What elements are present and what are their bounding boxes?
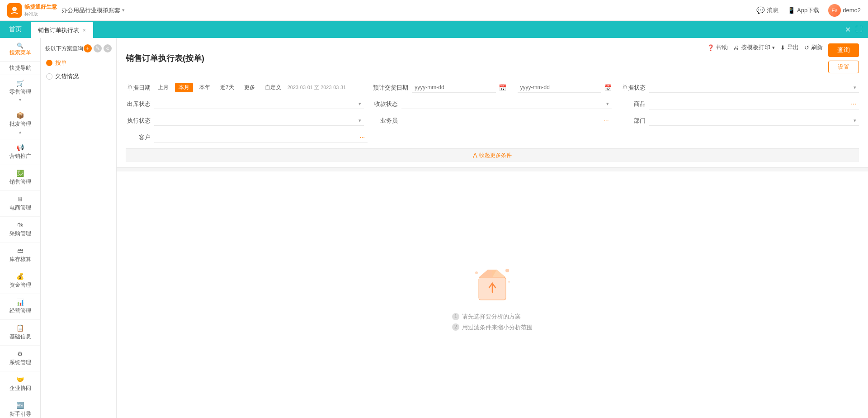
dept-dropdown[interactable]: ▾ <box>649 116 859 126</box>
scheme-active-dot <box>46 60 52 66</box>
add-scheme-button[interactable]: + <box>84 44 92 52</box>
logo-text: 畅捷通好生意 标准版 <box>24 3 57 17</box>
sidebar-item-finance[interactable]: 💰 资金管理 <box>0 268 40 294</box>
goods-input[interactable] <box>652 100 851 107</box>
empty-tips: 1 请先选择要分析的方案 2 用过滤条件来缩小分析范围 <box>452 311 533 332</box>
svg-point-5 <box>475 271 478 274</box>
delivery-label: 出库状态 <box>126 100 151 108</box>
salesperson-input-area: ··· <box>401 115 611 126</box>
sidebar-nav-item[interactable]: 快捷导航 <box>0 62 40 75</box>
retail-arrow-icon: ▾ <box>19 97 21 102</box>
app-download-icon: 📱 <box>788 7 795 14</box>
date-label: 单据日期 <box>126 84 151 92</box>
tab-home[interactable]: 首页 <box>0 21 31 38</box>
system-icon: ⚙ <box>17 350 23 357</box>
salesperson-input[interactable] <box>404 117 604 124</box>
user-menu[interactable]: Ea demo2 <box>828 4 861 17</box>
filter-row-3: 执行状态 ▾ 业务员 ··· <box>126 115 859 126</box>
dept-chevron-icon: ▾ <box>854 118 856 124</box>
calendar-start-icon[interactable]: 📅 <box>499 84 506 91</box>
exec-dropdown[interactable]: ▾ <box>154 116 364 126</box>
help-button[interactable]: ❓ 帮助 <box>707 43 728 52</box>
print-button[interactable]: 🖨 按模板打印 ▾ <box>733 43 775 52</box>
svg-point-0 <box>12 7 17 11</box>
query-button[interactable]: 查询 <box>828 43 859 57</box>
sidebar-item-enterprise[interactable]: 🤝 企业协同 <box>0 371 40 397</box>
header-right: 💬 消息 📱 App下载 Ea demo2 <box>756 4 861 17</box>
app-download-button[interactable]: 📱 App下载 <box>788 6 819 14</box>
message-button[interactable]: 💬 消息 <box>756 6 778 14</box>
filter-exec-field: 执行状态 ▾ <box>126 116 364 126</box>
payment-dropdown[interactable]: ▾ <box>401 99 611 109</box>
message-icon: 💬 <box>756 6 765 14</box>
sidebar-item-retail[interactable]: 🛒 零售管理 ▾ <box>0 75 40 107</box>
dept-label: 部门 <box>621 117 646 125</box>
right-content: 销售订单执行表(按单) ❓ 帮助 🖨 按模板打印 ▾ <box>117 38 868 418</box>
filter-customer-field: 客户 ··· <box>126 132 368 143</box>
date-btn-last-month[interactable]: 上月 <box>154 83 172 92</box>
window-expand-button[interactable]: ⛶ <box>855 25 863 33</box>
sidebar-item-ecommerce[interactable]: 🖥 电商管理 <box>0 191 40 217</box>
inventory-icon: 🗃 <box>17 247 24 254</box>
tab-close-icon[interactable]: × <box>83 27 86 33</box>
sidebar-item-guide[interactable]: 🆕 新手引导 <box>0 397 40 418</box>
refresh-button[interactable]: ↺ 刷新 <box>804 43 823 52</box>
sidebar-search[interactable]: 🔍 搜索菜单 <box>0 38 40 62</box>
goods-input-area: ··· <box>649 98 859 109</box>
wholesale-arrow-icon: ▴ <box>19 129 21 134</box>
customer-input[interactable] <box>157 134 360 141</box>
print-arrow-icon: ▾ <box>772 45 775 51</box>
calendar-end-icon[interactable]: 📅 <box>604 84 612 91</box>
left-panel-actions: + ✎ « <box>84 44 112 52</box>
sidebar-item-purchase[interactable]: 🛍 采购管理 <box>0 217 40 242</box>
search-icon: 🔍 <box>17 43 24 49</box>
status-dropdown[interactable]: ▾ <box>649 83 859 93</box>
date-btn-this-month[interactable]: 本月 <box>175 83 193 92</box>
sidebar-item-inventory[interactable]: 🗃 库存核算 <box>0 242 40 268</box>
date-btn-custom[interactable]: 自定义 <box>261 83 285 92</box>
scheme-item-shortage[interactable]: 欠货情况 <box>41 70 116 83</box>
left-panel-header: 按以下方案查询 + ✎ « <box>41 43 116 56</box>
filter-payment-field: 收款状态 ▾ <box>373 99 611 109</box>
window-close-button[interactable]: ✕ <box>845 25 851 34</box>
export-icon: ⬇ <box>780 44 785 51</box>
logo-icon <box>7 3 22 18</box>
payment-chevron-icon: ▾ <box>606 101 609 107</box>
sidebar-item-basic-info[interactable]: 📋 基础信息 <box>0 320 40 346</box>
tab-bar: 首页 销售订单执行表 × ✕ ⛶ <box>0 21 868 38</box>
scheme-item-order[interactable]: 按单 <box>41 56 116 70</box>
forecast-date-start-input[interactable] <box>412 82 495 93</box>
sidebar-item-sales[interactable]: 💹 销售管理 <box>0 165 40 191</box>
goods-ellipsis-button[interactable]: ··· <box>851 100 856 107</box>
forecast-date-label: 预计交货日期 <box>373 84 408 92</box>
marketing-icon: 📢 <box>16 144 24 151</box>
settings-button[interactable]: 设置 <box>828 61 859 73</box>
forecast-date-end-input[interactable] <box>518 82 601 93</box>
sidebar-item-marketing[interactable]: 📢 营销推广 <box>0 139 40 165</box>
sidebar-item-operations[interactable]: 📊 经营管理 <box>0 294 40 320</box>
customer-input-area: ··· <box>154 132 368 143</box>
content-area: 按以下方案查询 + ✎ « 按单 欠货情况 <box>41 38 868 418</box>
salesperson-ellipsis-button[interactable]: ··· <box>604 117 609 124</box>
date-btn-more[interactable]: 更多 <box>241 83 259 92</box>
collapse-bar[interactable]: ⋀ 收起更多条件 <box>126 148 859 162</box>
date-btn-7days[interactable]: 近7天 <box>217 83 238 92</box>
date-btn-this-year[interactable]: 本年 <box>196 83 214 92</box>
company-select[interactable]: 办公用品行业模拟账套 ▾ <box>61 6 125 14</box>
filter-row-4: 客户 ··· <box>126 132 859 143</box>
empty-state: 1 请先选择要分析的方案 2 用过滤条件来缩小分析范围 <box>117 171 868 418</box>
sidebar-item-system[interactable]: ⚙ 系统管理 <box>0 346 40 371</box>
tab-sales-order[interactable]: 销售订单执行表 × <box>31 22 93 39</box>
inner-layout: 按以下方案查询 + ✎ « 按单 欠货情况 <box>41 38 868 418</box>
empty-tip-1: 1 请先选择要分析的方案 <box>452 311 533 322</box>
svg-point-4 <box>505 269 509 272</box>
retail-icon: 🛒 <box>16 80 24 87</box>
customer-ellipsis-button[interactable]: ··· <box>360 133 365 141</box>
collapse-panel-button[interactable]: « <box>104 44 112 52</box>
delivery-dropdown[interactable]: ▾ <box>154 99 364 109</box>
edit-scheme-button[interactable]: ✎ <box>94 44 102 52</box>
export-button[interactable]: ⬇ 导出 <box>780 43 799 52</box>
customer-label: 客户 <box>126 133 151 142</box>
guide-icon: 🆕 <box>16 402 24 409</box>
sidebar-item-wholesale[interactable]: 📦 批发管理 ▴ <box>0 107 40 139</box>
